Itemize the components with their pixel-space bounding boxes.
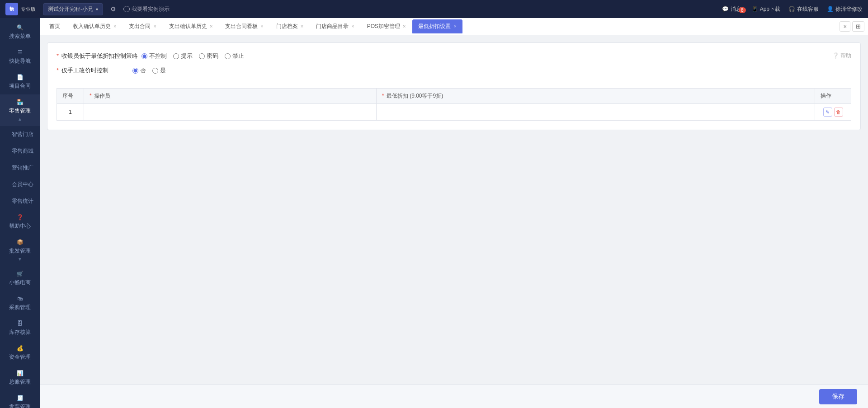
radio-password-input[interactable] [199,53,205,59]
sidebar-item-purchase-mgmt[interactable]: 🛍 采购管理 [0,291,40,316]
tab-min-discount-setting[interactable]: 最低折扣设置 × [412,19,462,33]
sidebar-item-retail-stats[interactable]: 零售统计 [0,193,40,210]
topbar-right: 💬 消息 8 📱 App下载 🎧 在线客服 👤 徐泽华修改 [722,5,863,13]
tab-income-confirm-history[interactable]: 收入确认单历史 × [67,19,122,33]
sidebar-item-ledger[interactable]: 📊 总账管理 [0,366,40,390]
delete-row-btn[interactable]: 🗑 [834,108,843,117]
tab-label: 支出合同 [129,23,151,30]
sidebar-item-member-center[interactable]: 会员中心 [0,176,40,193]
sidebar-item-help-center[interactable]: ❓ 帮助中心 [0,210,40,234]
radio-yes-input[interactable] [152,68,158,74]
topbar: 畅 专业版 测试分开完程-小兄 ▾ ⚙ 我要看实例演示 💬 消息 8 📱 App… [0,0,868,18]
radio-forbidden[interactable]: 禁止 [225,52,244,60]
tab-pos-password-mgmt[interactable]: POS加密管理 × [361,19,412,33]
radio-password-label: 密码 [207,52,218,60]
tab-home[interactable]: 首页 [43,19,66,33]
sidebar-item-online-store[interactable]: 零售商城 [0,143,40,159]
sidebar-item-label: 总账管理 [9,378,31,386]
sidebar-item-ecommerce[interactable]: 🛒 小畅电商 [0,266,40,291]
sidebar-item-project-contract[interactable]: 📄 项目合同 [0,70,40,94]
demo-link[interactable]: 我要看实例演示 [123,5,170,13]
message-btn[interactable]: 💬 消息 8 [722,5,743,13]
tab-payment-contract-board[interactable]: 支出合同看板 × [219,19,269,33]
radio-remind[interactable]: 提示 [173,52,193,60]
close-tab-icon[interactable]: × [301,24,303,29]
tab-label: 收入确认单历史 [73,23,111,30]
user-name: 徐泽华修改 [835,5,863,13]
tab-store-archive[interactable]: 门店档案 × [270,19,309,33]
ecommerce-icon: 🛒 [17,271,24,277]
tab-label: 门店商品目录 [316,23,349,30]
project-selector[interactable]: 测试分开完程-小兄 ▾ [43,3,103,15]
tab-label: 门店档案 [276,23,298,30]
app-download-label: App下载 [760,5,780,13]
action-cell: ✎ 🗑 [815,104,851,121]
settings-icon[interactable]: ⚙ [110,5,116,13]
col-seq-header: 序号 [57,89,84,104]
close-tab-icon[interactable]: × [351,24,354,29]
sidebar-item-retail-mgmt[interactable]: 🏪 零售管理 ▲ [0,94,40,126]
radio-yes[interactable]: 是 [152,66,166,75]
message-icon: 💬 [722,6,729,12]
tabs-menu-btn[interactable]: ⊞ [852,21,864,32]
table-header-row: 序号 * 操作员 * 最低折扣 (9.00等于9折) 操作 [57,89,851,104]
radio-no-input[interactable] [132,68,138,74]
sidebar-item-label: 快捷导航 [9,57,31,65]
manual-price-options: 否 是 [132,66,166,75]
sidebar-item-quick-nav[interactable]: ☰ 快捷导航 [0,45,40,70]
radio-no[interactable]: 否 [132,66,146,75]
close-tab-icon[interactable]: × [453,24,456,29]
sidebar-item-label: 营销推广 [12,164,33,172]
purchase-icon: 🛍 [17,295,23,302]
sidebar-item-marketing[interactable]: 营销推广 [0,159,40,176]
help-icon: ❓ [17,214,24,220]
sidebar-item-wholesale-mgmt[interactable]: 📦 批发管理 ▼ [0,234,40,266]
close-tab-icon[interactable]: × [210,24,212,29]
close-tab-icon[interactable]: × [153,24,156,29]
sidebar-item-search[interactable]: 🔍 搜索菜单 [0,20,40,45]
sidebar-item-label: 会员中心 [12,181,33,188]
min-discount-card: * 收银员低于最低折扣控制策略 不控制 提示 [47,42,861,130]
tab-label: 支出确认单历史 [169,23,207,30]
help-btn[interactable]: ❔ 帮助 [832,52,851,60]
tab-store-product-catalog[interactable]: 门店商品目录 × [310,19,360,33]
radio-forbidden-label: 禁止 [232,52,244,60]
col-action-header: 操作 [815,89,851,104]
footer-bar: 保存 [40,385,868,408]
inventory-icon: 🗄 [17,320,23,327]
tab-payment-confirm-history[interactable]: 支出确认单历史 × [163,19,218,33]
online-service-btn[interactable]: 🎧 在线客服 [788,5,819,13]
radio-no-label: 否 [140,66,146,75]
sidebar-item-smart-store[interactable]: 智营门店 [0,126,40,143]
sidebar-item-label: 小畅电商 [9,279,31,286]
save-button[interactable]: 保存 [819,389,857,404]
radio-no-control[interactable]: 不控制 [142,52,167,60]
radio-forbidden-input[interactable] [225,53,231,59]
tabs-bar: 首页 收入确认单历史 × 支出合同 × 支出确认单历史 × 支出合同看板 × 门… [40,18,868,35]
close-all-tabs-btn[interactable]: × [840,21,850,32]
tab-label: 支出合同看板 [225,23,258,30]
close-tab-icon[interactable]: × [113,24,116,29]
app-download-btn[interactable]: 📱 App下载 [751,5,780,13]
user-profile-btn[interactable]: 👤 徐泽华修改 [827,5,863,13]
sidebar-item-finance[interactable]: 💰 资金管理 [0,341,40,366]
finance-icon: 💰 [17,345,24,352]
close-tab-icon[interactable]: × [260,24,263,29]
table-row: 1 ✎ 🗑 [57,104,851,121]
sidebar-item-label: 零售管理 [9,107,31,115]
download-icon: 📱 [751,6,758,12]
radio-remind-input[interactable] [173,53,179,59]
tab-payment-contract[interactable]: 支出合同 × [123,19,162,33]
radio-password[interactable]: 密码 [199,52,218,60]
chevron-up-icon: ▲ [18,117,22,122]
search-icon: 🔍 [17,24,24,31]
avatar-icon: 👤 [827,6,834,12]
min-discount-cell [376,104,815,121]
radio-no-control-input[interactable] [142,53,147,59]
close-tab-icon[interactable]: × [403,24,406,29]
sidebar-item-label: 采购管理 [9,304,31,311]
sidebar-item-inventory[interactable]: 🗄 库存核算 [0,316,40,341]
chevron-down-icon: ▼ [18,257,22,262]
sidebar-item-invoice-mgmt[interactable]: 🧾 发票管理 [0,390,40,408]
edit-row-btn[interactable]: ✎ [823,108,832,117]
